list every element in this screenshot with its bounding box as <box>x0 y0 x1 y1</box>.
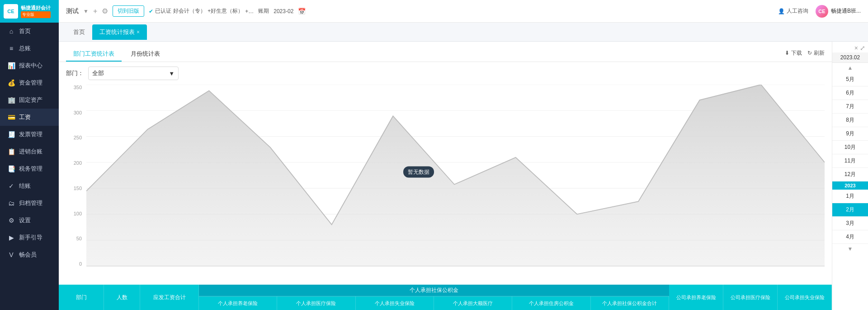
sidebar-item-label: 资金管理 <box>19 79 42 87</box>
month-5[interactable]: 5月 <box>832 73 868 86</box>
user-menu[interactable]: CE 畅捷通B班... <box>816 5 861 18</box>
th-personal-housing: 个人承担住房公积金 <box>512 296 590 310</box>
tab-salary-label: 工资统计报表 <box>99 28 135 36</box>
sidebar-item-funds[interactable]: 💰 资金管理 <box>0 74 59 91</box>
checkout-icon: ✓ <box>7 182 15 190</box>
main-panel: 部门工资统计表 月份统计表 ⬇ 下载 ↻ 刷新 <box>59 42 832 310</box>
salary-icon: 💳 <box>7 114 15 121</box>
sidebar-item-invoices[interactable]: 🧾 发票管理 <box>0 126 59 143</box>
subtab-actions: ⬇ 下载 ↻ 刷新 <box>785 49 825 60</box>
sidebar-item-reports[interactable]: 📊 报表中心 <box>0 57 59 74</box>
th-dept: 部门 <box>59 285 104 310</box>
th-company-unemploy: 公司承担失业保险 <box>778 285 832 310</box>
subtab-monthly[interactable]: 月份统计表 <box>123 47 167 62</box>
chart-area-fill <box>86 85 825 266</box>
month-6[interactable]: 6月 <box>832 86 868 100</box>
invoices-icon: 🧾 <box>7 131 15 138</box>
filter-bar: 部门： 全部 ▼ <box>59 62 832 85</box>
y-label-350: 350 <box>74 85 82 90</box>
sidebar-item-label: 固定资产 <box>19 96 42 104</box>
sidebar-item-archive[interactable]: 🗂 归档管理 <box>0 195 59 212</box>
sidebar-item-assets[interactable]: 🏢 固定资产 <box>0 91 59 109</box>
sidebar-item-label: 总账 <box>19 44 31 52</box>
good-account-label: 好会计（专） <box>173 7 206 15</box>
topbar-actions: 👤 人工咨询 CE 畅捷通B班... <box>778 5 861 18</box>
month-10[interactable]: 10月 <box>832 141 868 154</box>
sidebar-item-label: 归档管理 <box>19 199 42 207</box>
content-area: 部门工资统计表 月份统计表 ⬇ 下载 ↻ 刷新 <box>59 42 868 310</box>
chart-svg <box>86 85 825 267</box>
dept-select[interactable]: 全部 ▼ <box>88 67 179 80</box>
month-9[interactable]: 9月 <box>832 127 868 141</box>
sidebar-item-label: 设置 <box>19 216 31 224</box>
calendar-icon[interactable]: 📅 <box>298 8 306 15</box>
sidebar-nav: ⌂ 首页 ≡ 总账 📊 报表中心 💰 资金管理 🏢 固定资产 💳 工资 🧾 发票… <box>0 23 59 310</box>
th-personal-old: 个人承担养老保险 <box>199 296 277 310</box>
archive-icon: 🗂 <box>7 200 15 207</box>
sidebar-item-home[interactable]: ⌂ 首页 <box>0 23 59 40</box>
help-button[interactable]: 👤 人工咨询 <box>778 7 808 15</box>
topbar: 测试 ▼ + ⚙ 切到旧版 ✔ 已认证 好会计（专） +好生意（标） +… 账期… <box>59 0 868 23</box>
download-btn[interactable]: ⬇ 下载 <box>785 49 802 57</box>
check-icon: ✔ <box>149 8 153 14</box>
chart-container: 350 300 250 200 150 100 50 0 <box>66 85 825 280</box>
th-group-personal: 个人承担社保公积金 个人承担养老保险 个人承担医疗保险 个人承担失业保险 个人承… <box>199 285 669 310</box>
switch-btn[interactable]: 切到旧版 <box>113 5 144 17</box>
members-icon: V <box>7 251 15 258</box>
expand-panel-btn[interactable]: ⤢ <box>860 44 865 52</box>
sidebar-item-checkout[interactable]: ✓ 结账 <box>0 177 59 195</box>
th-total-salary: 应发工资合计 <box>140 285 199 310</box>
funds-icon: 💰 <box>7 79 15 86</box>
settings-button[interactable]: ⚙ <box>102 7 108 15</box>
y-label-150: 150 <box>74 186 82 191</box>
sidebar-item-ledger[interactable]: ≡ 总账 <box>0 40 59 57</box>
month-2[interactable]: 2月 <box>832 203 868 217</box>
sidebar-item-sales[interactable]: 📋 进销台账 <box>0 143 59 160</box>
right-panel: × ⤢ 2023.02 ▲ 5月 6月 7月 8月 9月 10月 11月 12月… <box>832 42 868 310</box>
add-button[interactable]: + <box>93 7 97 15</box>
close-panel-btn[interactable]: × <box>854 44 858 52</box>
tab-close-icon[interactable]: × <box>137 29 140 35</box>
refresh-btn[interactable]: ↻ 刷新 <box>807 49 825 57</box>
sidebar-logo: CE 畅捷通好会计 专业版 <box>0 0 59 23</box>
sidebar-item-label: 结账 <box>19 182 31 190</box>
month-11[interactable]: 11月 <box>832 154 868 168</box>
month-7[interactable]: 7月 <box>832 100 868 114</box>
y-axis: 350 300 250 200 150 100 50 0 <box>66 85 84 267</box>
tab-salary-report[interactable]: 工资统计报表 × <box>92 24 147 40</box>
avatar-initials: CE <box>818 9 825 14</box>
chart-area: 350 300 250 200 150 100 50 0 <box>59 85 832 285</box>
sidebar-item-members[interactable]: V 畅会员 <box>0 246 59 263</box>
month-4[interactable]: 4月 <box>832 230 868 244</box>
month-8[interactable]: 8月 <box>832 114 868 127</box>
y-label-100: 100 <box>74 211 82 216</box>
tab-home-label: 首页 <box>73 28 85 36</box>
sidebar-item-settings[interactable]: ⚙ 设置 <box>0 212 59 229</box>
th-personal-total: 个人承担社保公积金合计 <box>591 296 669 310</box>
sidebar-item-label: 进销台账 <box>19 148 42 156</box>
download-icon: ⬇ <box>785 50 789 56</box>
company-dropdown-icon[interactable]: ▼ <box>83 8 89 14</box>
subtab-dept[interactable]: 部门工资统计表 <box>66 47 122 62</box>
sidebar-item-label: 报表中心 <box>19 62 42 70</box>
month-1[interactable]: 1月 <box>832 190 868 203</box>
month-3[interactable]: 3月 <box>832 217 868 230</box>
y-label-250: 250 <box>74 135 82 140</box>
logo-icon: CE <box>4 4 18 19</box>
reports-icon: 📊 <box>7 62 15 69</box>
download-label: 下载 <box>791 49 802 57</box>
sidebar-item-label: 税务管理 <box>19 165 42 173</box>
th-group-label: 个人承担社保公积金 <box>199 285 669 296</box>
nav-up[interactable]: ▲ <box>832 63 868 73</box>
sidebar-item-guide[interactable]: ▶ 新手引导 <box>0 229 59 246</box>
dept-filter-label: 部门： <box>66 69 84 77</box>
chart-tooltip: 暂无数据 <box>403 166 434 177</box>
nav-down[interactable]: ▼ <box>832 244 868 254</box>
sidebar-item-salary[interactable]: 💳 工资 <box>0 109 59 126</box>
tab-home[interactable]: 首页 <box>66 24 92 40</box>
settings-icon: ⚙ <box>7 217 15 224</box>
month-12[interactable]: 12月 <box>832 168 868 181</box>
sidebar-item-tax[interactable]: 📑 税务管理 <box>0 160 59 177</box>
th-personal-bigmedical: 个人承担大额医疗 <box>434 296 512 310</box>
th-count: 人数 <box>104 285 140 310</box>
